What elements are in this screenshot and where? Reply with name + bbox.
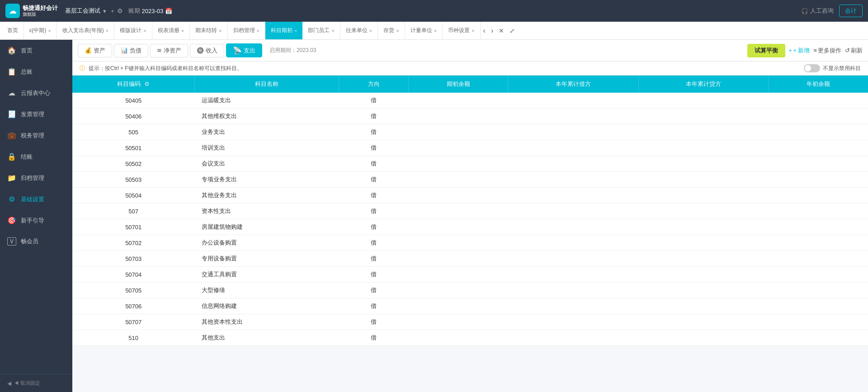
sidebar-item-archive[interactable]: 📁 归档管理: [0, 167, 72, 189]
period-info: 账期 2023-03 📅: [128, 7, 173, 15]
cell-opening-balance: [408, 140, 508, 156]
toggle-disabled-subjects[interactable]: [804, 64, 820, 72]
cell-direction: 借: [339, 235, 408, 251]
period-active-label: 启用期间：2023.03: [269, 47, 316, 54]
cell-ytd-credit: [638, 203, 769, 219]
table-row[interactable]: 50405 运温暖支出 借: [72, 93, 868, 109]
tab-maximize-button[interactable]: ⤢: [507, 27, 518, 34]
tab-close-inventory[interactable]: ×: [396, 28, 399, 33]
more-actions-button[interactable]: ≡ 更多操作: [813, 47, 841, 55]
tab-close-tax[interactable]: ×: [181, 28, 184, 33]
cell-name: 业务支出: [194, 124, 339, 140]
sidebar-item-reports[interactable]: ☁ 云报表中心: [0, 82, 72, 104]
cell-name: 其他业务支出: [194, 188, 339, 203]
table-row[interactable]: 50502 会议支出 借: [72, 156, 868, 172]
tab-close-dept[interactable]: ×: [331, 28, 334, 33]
sidebar-label-home: 首页: [21, 47, 33, 55]
sidebar-label-member: 畅会员: [21, 237, 38, 246]
table-row[interactable]: 510 其他支出 借: [72, 330, 868, 346]
hint-bar: ⓘ 提示：按Ctrl + F键并输入科目编码或者科目名称可以查找科目。 不显示禁…: [72, 61, 868, 76]
table-row[interactable]: 50704 交通工具购置 借: [72, 267, 868, 283]
refresh-icon: ↺: [845, 47, 850, 54]
sub-tab-equity[interactable]: ≋ 净资产: [150, 44, 188, 57]
tab-close-all-button[interactable]: ✕: [496, 27, 507, 34]
add-project-icon[interactable]: +: [111, 8, 114, 14]
table-row[interactable]: 50702 办公设备购置 借: [72, 235, 868, 251]
support-button[interactable]: 🎧 人工咨询: [801, 7, 834, 15]
table-row[interactable]: 50706 信息网络购建 借: [72, 298, 868, 314]
sidebar-item-tax[interactable]: 💼 税务管理: [0, 125, 72, 146]
sidebar-item-member[interactable]: V 畅会员: [0, 231, 72, 252]
tab-close-period-close[interactable]: ×: [219, 28, 222, 33]
table-row[interactable]: 50703 专用设备购置 借: [72, 251, 868, 267]
member-icon: V: [7, 237, 16, 246]
toggle-knob: [805, 65, 811, 71]
sidebar-item-invoice[interactable]: 🧾 发票管理: [0, 104, 72, 125]
tab-inventory[interactable]: 存货 ×: [378, 22, 405, 39]
table-row[interactable]: 507 资本性支出 借: [72, 203, 868, 219]
tab-next-button[interactable]: ›: [488, 27, 496, 35]
logo-sub: 旗舰版: [23, 12, 58, 17]
cell-name: 运温暖支出: [194, 93, 339, 109]
table-row[interactable]: 50504 其他业务支出 借: [72, 188, 868, 203]
cell-ytd-credit: [638, 235, 769, 251]
table-row[interactable]: 50503 专项业务支出 借: [72, 172, 868, 188]
cell-name: 大型修缮: [194, 283, 339, 298]
sidebar-item-ledger[interactable]: 📋 总账: [0, 61, 72, 82]
data-table-wrapper[interactable]: 科目编码 ⚙ 科目名称 方向 期初余额 本年累计借方 本年累计贷方 年初余额 5…: [72, 76, 868, 392]
reports-icon: ☁: [7, 89, 16, 97]
column-settings-icon[interactable]: ⚙: [144, 80, 150, 87]
cell-ytd-credit: [638, 251, 769, 267]
sidebar-item-guide[interactable]: 🎯 新手引导: [0, 210, 72, 231]
cell-direction: 借: [339, 298, 408, 314]
tab-close-currency[interactable]: ×: [472, 28, 474, 33]
tab-close-contacts[interactable]: ×: [369, 28, 372, 33]
sub-tab-income[interactable]: 🔘 收入: [190, 44, 224, 57]
tab-period-close[interactable]: 期末结转 ×: [190, 22, 227, 39]
col-ytd-debit: 本年累计借方: [508, 76, 638, 93]
account-button[interactable]: 会计: [839, 5, 863, 17]
tab-prev-button[interactable]: ‹: [481, 27, 488, 35]
table-row[interactable]: 50705 大型修缮 借: [72, 283, 868, 298]
table-row[interactable]: 505 业务支出 借: [72, 124, 868, 140]
calc-balance-button[interactable]: 试算平衡: [747, 44, 785, 57]
sidebar-item-home[interactable]: 🏠 首页: [0, 40, 72, 61]
sub-tab-liability[interactable]: 📊 负债: [114, 44, 148, 57]
sidebar-item-close[interactable]: 🔒 结账: [0, 146, 72, 167]
sub-tab-expense[interactable]: 📡 支出: [226, 43, 262, 57]
tab-tax-list[interactable]: 税表清册 ×: [152, 22, 190, 39]
table-row[interactable]: 50701 房屋建筑物购建 借: [72, 219, 868, 235]
settings-nav-icon: ⚙: [7, 195, 16, 203]
tab-close-midterm[interactable]: ×: [48, 28, 51, 33]
tab-department[interactable]: 部门员工 ×: [302, 22, 340, 39]
tab-midterm[interactable]: ε(中期) ×: [24, 22, 57, 39]
table-row[interactable]: 50707 其他资本性支出 借: [72, 314, 868, 330]
cell-ytd-debit: [508, 298, 638, 314]
tab-archive[interactable]: 归档管理 ×: [228, 22, 265, 39]
sidebar-collapse-button[interactable]: ◀ ◀ 取消固定: [0, 374, 72, 392]
tab-template-design[interactable]: 模版设计 ×: [114, 22, 152, 39]
tab-currency[interactable]: 币种设置 ×: [443, 22, 480, 39]
table-row[interactable]: 50406 其他维权支出 借: [72, 109, 868, 124]
sidebar-label-guide: 新手引导: [21, 217, 44, 225]
table-row[interactable]: 50501 培训支出 借: [72, 140, 868, 156]
cell-year-opening: [769, 140, 868, 156]
tab-home[interactable]: 首页: [2, 22, 24, 39]
sidebar-item-settings[interactable]: ⚙ 基础设置: [0, 189, 72, 210]
tab-income-report[interactable]: 收入支出表(年报) ×: [57, 22, 114, 39]
tab-close-template[interactable]: ×: [143, 28, 146, 33]
tab-close-unit[interactable]: ×: [434, 28, 437, 33]
refresh-button[interactable]: ↺ 刷新: [845, 47, 863, 55]
cell-direction: 借: [339, 251, 408, 267]
tab-subject-initial[interactable]: 科目期初 ×: [265, 22, 302, 39]
tab-contacts[interactable]: 往来单位 ×: [340, 22, 378, 39]
tab-close-archive[interactable]: ×: [257, 28, 259, 33]
tab-close-subject[interactable]: ×: [294, 28, 297, 33]
tab-unit[interactable]: 计量单位 ×: [405, 22, 443, 39]
add-button[interactable]: + + 新增: [789, 47, 810, 55]
tab-close-income-report[interactable]: ×: [106, 28, 108, 33]
project-name[interactable]: 基层工会测试 ▾ + ⚙: [65, 7, 123, 15]
sub-tab-asset[interactable]: 💰 资产: [78, 44, 112, 57]
cell-year-opening: [769, 188, 868, 203]
settings-icon[interactable]: ⚙: [117, 7, 123, 14]
